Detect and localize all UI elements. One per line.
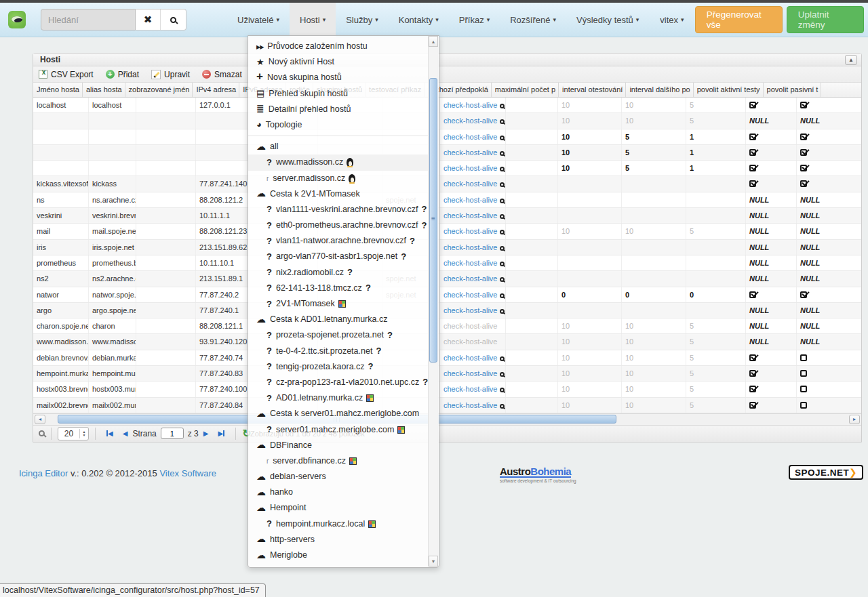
- checkbox-icon[interactable]: [749, 165, 756, 171]
- check-command-link[interactable]: check-host-alive: [443, 180, 497, 188]
- zoom-icon[interactable]: [500, 388, 505, 392]
- menu-item[interactable]: nix2.radiomobil.cz: [248, 265, 428, 281]
- menu-item[interactable]: server.dbfinance.cz: [248, 453, 428, 469]
- menu-item[interactable]: Uživatelé ▾: [227, 3, 290, 37]
- first-page-button[interactable]: ◀: [106, 430, 113, 437]
- menu-item[interactable]: all: [248, 139, 428, 155]
- zoom-icon[interactable]: [500, 277, 505, 282]
- checkbox-icon[interactable]: [800, 370, 807, 377]
- menu-item[interactable]: vlan11-natwor.arachne.brevnov.czf: [248, 233, 428, 249]
- column-header[interactable]: maximální počet p: [492, 83, 559, 97]
- table-row[interactable]: argo argo.spoje.net 77.87.240.1 check-ho…: [33, 303, 861, 318]
- table-row[interactable]: mailx002.brevnov.r mailx002.murkacz. 77.…: [33, 398, 861, 413]
- menu-item[interactable]: Kontakty ▾: [389, 3, 449, 37]
- zoom-icon[interactable]: [500, 136, 505, 140]
- zoom-icon[interactable]: [500, 104, 505, 108]
- check-command-link[interactable]: check-host-alive: [443, 243, 497, 251]
- table-row[interactable]: kickass.vitexsoftwa kickass 77.87.241.14…: [33, 176, 861, 192]
- checkbox-icon[interactable]: [800, 133, 807, 140]
- zoom-icon[interactable]: [500, 372, 505, 377]
- toolbar-button[interactable]: Upravit: [151, 70, 190, 79]
- menu-item[interactable]: Hosti ▾: [290, 3, 336, 37]
- check-command-link[interactable]: check-host-alive: [443, 164, 497, 172]
- pager-search-icon[interactable]: [39, 430, 45, 436]
- menu-item[interactable]: Příkaz ▾: [449, 3, 500, 37]
- panel-collapse-button[interactable]: ▲: [845, 55, 857, 65]
- menu-item[interactable]: eth0-prometheus.arachne.brevnov.czf: [248, 218, 428, 233]
- checkbox-icon[interactable]: [800, 386, 807, 392]
- check-command-link[interactable]: check-host-alive: [443, 354, 497, 362]
- table-row[interactable]: hostx003.brevnov. hostx003.murkacz 77.87…: [33, 382, 861, 397]
- zoom-icon[interactable]: [500, 309, 505, 314]
- toolbar-button[interactable]: Smazat: [202, 70, 242, 79]
- menu-item[interactable]: Přehled skupin hostů: [248, 86, 428, 102]
- table-row[interactable]: debian.brevnov.mu debian.murkacz.lo 77.8…: [33, 350, 861, 366]
- check-command-link[interactable]: check-host-alive: [443, 259, 497, 267]
- menu-item[interactable]: Rozšířené ▾: [500, 3, 566, 37]
- check-command-link[interactable]: check-host-alive: [443, 196, 497, 204]
- horizontal-scrollbar[interactable]: ◂ ▸: [33, 413, 861, 425]
- check-command-link[interactable]: check-host-alive: [443, 133, 497, 141]
- next-page-button[interactable]: ▶: [203, 430, 209, 437]
- check-command-link[interactable]: check-host-alive: [443, 227, 497, 235]
- column-header[interactable]: povolit pasivní t: [764, 83, 822, 97]
- checkbox-icon[interactable]: [749, 180, 756, 187]
- menu-item[interactable]: Cesta k AD01.letnany.murka.cz: [248, 312, 428, 327]
- zoom-icon[interactable]: [500, 119, 505, 124]
- table-row[interactable]: check-host-alive 10 5 1: [33, 129, 861, 145]
- zoom-icon[interactable]: [500, 262, 505, 266]
- column-header[interactable]: povolit aktivní testy: [694, 83, 764, 97]
- menu-item[interactable]: http-servers: [248, 532, 428, 548]
- scroll-down-arrow[interactable]: ▼: [429, 556, 438, 567]
- column-header[interactable]: zobrazované jmén: [125, 83, 193, 97]
- checkbox-icon[interactable]: [800, 180, 807, 187]
- menu-item[interactable]: server.madisson.cz: [248, 171, 428, 186]
- zoom-icon[interactable]: [500, 167, 505, 171]
- check-command-link[interactable]: check-host-alive: [443, 369, 497, 377]
- menu-item[interactable]: 62-141-13-118.tmcz.cz: [248, 281, 428, 296]
- spojenet-logo[interactable]: SPOJE.NET❯: [789, 465, 863, 480]
- checkbox-icon[interactable]: [749, 354, 756, 361]
- table-row[interactable]: veskrini veskrini.brevnov.cz 10.11.1.1 c…: [33, 208, 861, 224]
- table-row[interactable]: www.madisson.cz www.madisson.cz 93.91.24…: [33, 334, 861, 350]
- checkbox-icon[interactable]: [749, 102, 756, 108]
- menu-item[interactable]: AD01.letnany.murka.cz: [248, 390, 428, 406]
- table-row[interactable]: natwor natwor.spoje.net 77.87.240.2 spoj…: [33, 287, 861, 303]
- search-clear-button[interactable]: ✖: [136, 9, 161, 30]
- checkbox-icon[interactable]: [749, 386, 756, 392]
- checkbox-icon[interactable]: [800, 102, 807, 108]
- menu-item[interactable]: hempoint.murkacz.local: [248, 516, 428, 532]
- last-page-button[interactable]: ▶: [218, 430, 224, 437]
- checkbox-icon[interactable]: [800, 149, 807, 156]
- check-command-link[interactable]: check-host-alive: [443, 385, 497, 393]
- menu-item[interactable]: Topologie: [248, 117, 428, 133]
- menu-item[interactable]: te-0-4-2.ttc.sit.prozeta.net: [248, 344, 428, 359]
- table-row[interactable]: ns2 ns2.arachne.cz 213.151.89.1 spoje.ne…: [33, 271, 861, 287]
- menu-item[interactable]: Cesta k server01.mahcz.meriglobe.com: [248, 406, 428, 421]
- checkbox-icon[interactable]: [749, 149, 756, 156]
- checkbox-icon[interactable]: [800, 354, 807, 361]
- zoom-icon[interactable]: [500, 246, 505, 251]
- table-row[interactable]: iris iris.spoje.net 213.151.89.62 check-…: [33, 240, 861, 255]
- menu-item[interactable]: server01.mahcz.meriglobe.com: [248, 422, 428, 438]
- menu-item[interactable]: Cesta k 2V1-MTomasek: [248, 186, 428, 202]
- menu-item[interactable]: www.madisson.cz: [248, 155, 428, 170]
- page-size-spinner[interactable]: 20 ▲▼: [58, 427, 89, 440]
- check-command-link[interactable]: check-host-alive: [443, 274, 497, 283]
- regenerate-all-button[interactable]: Přegenerovat vše: [695, 6, 783, 33]
- table-row[interactable]: check-host-alive 10 5 1: [33, 161, 861, 176]
- menu-item[interactable]: 2V1-MTomasek: [248, 296, 428, 312]
- check-command-link[interactable]: check-host-alive: [443, 306, 497, 314]
- checkbox-icon[interactable]: [749, 370, 756, 377]
- check-command-link[interactable]: check-host-alive: [443, 101, 497, 109]
- austrobohemia-logo[interactable]: AustroBohemia software development & IT …: [500, 466, 581, 483]
- check-command-link[interactable]: check-host-alive: [443, 401, 497, 409]
- vitex-software-link[interactable]: Vitex Software: [159, 468, 216, 478]
- checkbox-icon[interactable]: [749, 291, 756, 298]
- checkbox-icon[interactable]: [800, 165, 807, 171]
- scroll-right-arrow[interactable]: ▸: [849, 415, 860, 424]
- apply-changes-button[interactable]: Uplatnit změny: [787, 6, 864, 33]
- prev-page-button[interactable]: ◀: [123, 430, 128, 437]
- check-command-link[interactable]: check-host-alive: [443, 322, 497, 330]
- zoom-icon[interactable]: [500, 230, 505, 234]
